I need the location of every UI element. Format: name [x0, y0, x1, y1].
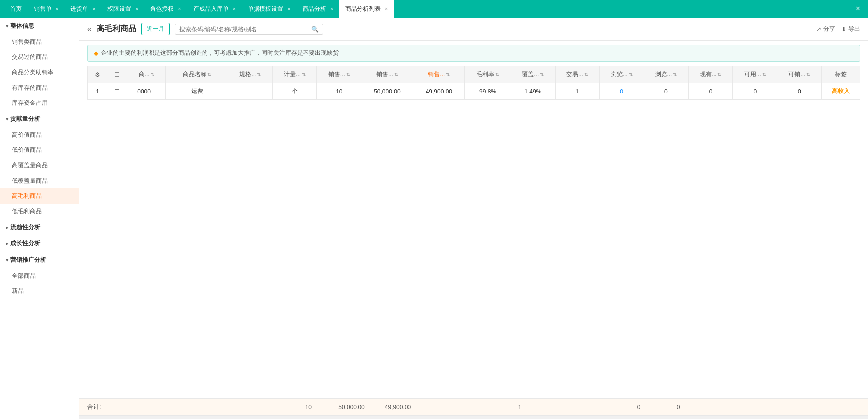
- nav-purchase[interactable]: 进货单 ×: [64, 0, 101, 18]
- sidebar-group-marketing-label: 营销推广分析: [10, 256, 46, 264]
- info-icon: ◆: [94, 50, 98, 57]
- nav-analysis-close[interactable]: ×: [330, 0, 333, 18]
- col-browse2[interactable]: 浏览...⇅: [644, 66, 689, 83]
- footer-label: 合计:: [87, 403, 101, 411]
- col-browse1[interactable]: 浏览...⇅: [600, 66, 644, 83]
- col-gross-rate[interactable]: 毛利率⇅: [465, 66, 511, 83]
- sidebar-item-stock-funds[interactable]: 库存资金占用: [0, 95, 79, 111]
- footer-cell-cov: [460, 404, 500, 411]
- sidebar-item-new-goods[interactable]: 新品: [0, 283, 79, 299]
- sidebar-group-trend-label: 流趋性分析: [10, 223, 40, 232]
- nav-analysis[interactable]: 商品分析 ×: [297, 0, 339, 18]
- footer-cell-3: [200, 404, 249, 411]
- sidebar-group-trend-arrow: ▸: [6, 225, 8, 230]
- cell-code: 0000...: [127, 83, 166, 100]
- sidebar-item-category-rate[interactable]: 商品分类助销率: [0, 65, 79, 80]
- footer-cell-0: [120, 404, 140, 411]
- sidebar-group-marketing[interactable]: ▾ 营销推广分析: [0, 252, 79, 268]
- nav-permissions-close[interactable]: ×: [135, 0, 138, 18]
- col-available[interactable]: 可用...⇅: [733, 66, 777, 83]
- sidebar-collapse-button[interactable]: «: [87, 25, 92, 34]
- cell-salable: 0: [777, 83, 822, 100]
- footer-cell-avail: 0: [659, 404, 698, 411]
- cell-checkbox[interactable]: ☐: [107, 83, 127, 100]
- nav-template[interactable]: 单据模板设置 ×: [242, 0, 296, 18]
- nav-sales-close[interactable]: ×: [55, 0, 58, 18]
- col-settings[interactable]: ⚙: [88, 66, 107, 83]
- sidebar-item-in-stock[interactable]: 有库存的商品: [0, 80, 79, 95]
- cell-unit: 个: [272, 83, 317, 100]
- sidebar-item-low-value[interactable]: 低价值商品: [0, 142, 79, 158]
- sidebar-item-all-goods[interactable]: 全部商品: [0, 268, 79, 283]
- sidebar-group-overall-arrow: ▾: [6, 23, 8, 29]
- footer-cell-b2: [579, 404, 619, 411]
- nav-warehouse[interactable]: 产成品入库单 ×: [187, 0, 242, 18]
- search-icon[interactable]: 🔍: [311, 26, 319, 33]
- nav-warehouse-label: 产成品入库单: [193, 0, 229, 18]
- sidebar-item-high-value[interactable]: 高价值商品: [0, 127, 79, 142]
- footer-cell-gross: [421, 404, 460, 411]
- col-spec[interactable]: 规格...⇅: [228, 66, 273, 83]
- nav-purchase-close[interactable]: ×: [92, 0, 95, 18]
- search-input[interactable]: [179, 26, 311, 33]
- sidebar-group-contribution[interactable]: ▾ 贡献量分析: [0, 111, 79, 127]
- nav-analysis-list-label: 商品分析列表: [345, 0, 381, 18]
- nav-home[interactable]: 首页: [4, 0, 28, 18]
- cell-seq: 1: [88, 83, 107, 100]
- export-icon: ⬇: [841, 26, 846, 33]
- sidebar-group-overall-label: 整体信息: [10, 22, 34, 30]
- export-button[interactable]: ⬇ 导出: [841, 25, 860, 33]
- main-layout: ▾ 整体信息 销售类商品 交易过的商品 商品分类助销率 有库存的商品 库存资金占…: [0, 18, 868, 419]
- share-button[interactable]: ↗ 分享: [817, 25, 835, 33]
- filter-recent-month-button[interactable]: 近一月: [141, 23, 170, 35]
- nav-permissions[interactable]: 权限设置 ×: [102, 0, 144, 18]
- table-container: ⚙ ☐ 商...⇅ 商品名称⇅ 规格...⇅ 计量...⇅ 销售...⇅ 销售.…: [79, 66, 868, 398]
- col-unit[interactable]: 计量...⇅: [272, 66, 317, 83]
- horizontal-scrollbar[interactable]: [79, 415, 868, 419]
- nav-analysis-list-close[interactable]: ×: [385, 0, 388, 18]
- nav-roles[interactable]: 角色授权 ×: [144, 0, 187, 18]
- sidebar-group-overall[interactable]: ▾ 整体信息: [0, 18, 79, 34]
- sidebar-item-low-coverage[interactable]: 低覆盖量商品: [0, 173, 79, 188]
- sidebar-group-growth-arrow: ▸: [6, 241, 8, 246]
- sidebar: ▾ 整体信息 销售类商品 交易过的商品 商品分类助销率 有库存的商品 库存资金占…: [0, 18, 79, 419]
- nav-warehouse-close[interactable]: ×: [233, 0, 236, 18]
- cell-browse1[interactable]: 0: [600, 83, 644, 100]
- col-coverage[interactable]: 覆盖...⇅: [511, 66, 555, 83]
- cell-name: 运费: [166, 83, 228, 100]
- footer-cell-sales1: 10: [289, 404, 328, 411]
- footer-cell-cur: 0: [619, 404, 659, 411]
- col-tag[interactable]: 标签: [821, 66, 860, 83]
- footer-cell-sales2: 50,000.00: [328, 404, 374, 411]
- cell-browse2: 0: [644, 83, 689, 100]
- col-sales3[interactable]: 销售...⇅: [413, 66, 464, 83]
- col-current[interactable]: 现有...⇅: [688, 66, 733, 83]
- sidebar-item-sales-goods[interactable]: 销售类商品: [0, 34, 79, 49]
- sidebar-item-traded-goods[interactable]: 交易过的商品: [0, 49, 79, 65]
- sidebar-group-trend[interactable]: ▸ 流趋性分析: [0, 219, 79, 235]
- top-navigation: 首页 销售单 × 进货单 × 权限设置 × 角色授权 × 产成品入库单 × 单据…: [0, 0, 868, 18]
- col-sales1[interactable]: 销售...⇅: [317, 66, 361, 83]
- sidebar-group-growth-label: 成长性分析: [10, 239, 40, 248]
- nav-close-all-button[interactable]: ×: [852, 4, 864, 13]
- nav-template-close[interactable]: ×: [287, 0, 290, 18]
- col-checkbox[interactable]: ☐: [107, 66, 127, 83]
- col-name[interactable]: 商品名称⇅: [166, 66, 228, 83]
- footer-cells: 10 50,000.00 49,900.00 1 0 0: [120, 404, 738, 411]
- col-sales2[interactable]: 销售...⇅: [361, 66, 413, 83]
- sidebar-item-high-gross[interactable]: 高毛利商品: [0, 188, 79, 204]
- sidebar-item-high-coverage[interactable]: 高覆盖量商品: [0, 158, 79, 173]
- cell-gross-rate: 99.8%: [465, 83, 511, 100]
- footer-cell-sal: [698, 404, 738, 411]
- nav-roles-close[interactable]: ×: [178, 0, 181, 18]
- cell-trade: 1: [555, 83, 600, 100]
- sidebar-item-low-gross[interactable]: 低毛利商品: [0, 204, 79, 219]
- col-salable[interactable]: 可销...⇅: [777, 66, 822, 83]
- nav-sales[interactable]: 销售单 ×: [28, 0, 64, 18]
- col-code[interactable]: 商...⇅: [127, 66, 166, 83]
- col-trade[interactable]: 交易...⇅: [555, 66, 600, 83]
- page-title: 高毛利商品: [97, 24, 136, 34]
- sidebar-group-growth[interactable]: ▸ 成长性分析: [0, 235, 79, 252]
- nav-analysis-list[interactable]: 商品分析列表 ×: [339, 0, 394, 18]
- sidebar-group-marketing-arrow: ▾: [6, 257, 8, 263]
